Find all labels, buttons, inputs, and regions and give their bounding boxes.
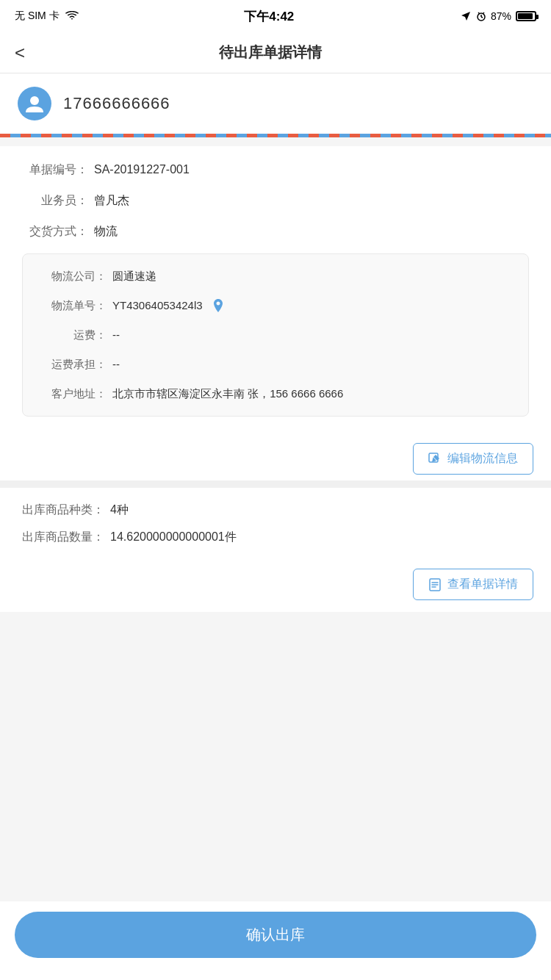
goods-section: 出库商品种类： 4种 出库商品数量： 14.620000000000001件 <box>0 488 551 560</box>
nav-bar: < 待出库单据详情 <box>0 32 551 73</box>
svg-point-6 <box>30 96 39 105</box>
tracking-value: YT43064053424l3 <box>112 297 511 314</box>
view-details-label: 查看单据详情 <box>447 577 518 592</box>
confirm-outbound-button[interactable]: 确认出库 <box>15 912 536 958</box>
salesman-label: 业务员： <box>22 192 88 209</box>
map-pin-icon[interactable] <box>210 298 226 314</box>
dashed-divider <box>0 134 551 137</box>
avatar <box>18 87 51 120</box>
order-number-row: 单据编号： SA-20191227-001 <box>22 161 529 179</box>
freight-label: 运费： <box>40 326 107 344</box>
page-title: 待出库单据详情 <box>34 43 507 62</box>
back-button[interactable]: < <box>15 38 34 68</box>
status-time: 下午4:42 <box>244 8 294 25</box>
person-icon <box>24 93 46 115</box>
salesman-row: 业务员： 曾凡杰 <box>22 192 529 209</box>
edit-btn-row: 编辑物流信息 <box>0 431 551 480</box>
tracking-number: YT43064053424l3 <box>112 297 203 314</box>
freight-bearer-label: 运费承担： <box>40 356 107 373</box>
freight-bearer-row: 运费承担： -- <box>40 356 511 373</box>
user-section: 17666666666 <box>0 73 551 134</box>
goods-quantity-value: 14.620000000000001件 <box>110 530 237 545</box>
location-arrow-icon <box>460 10 472 22</box>
tracking-row: 物流单号： YT43064053424l3 <box>40 297 511 314</box>
delivery-value: 物流 <box>94 223 529 240</box>
order-number-label: 单据编号： <box>22 161 88 179</box>
freight-bearer-value: -- <box>112 356 511 373</box>
edit-icon <box>428 453 442 466</box>
svg-marker-0 <box>461 12 470 21</box>
order-number-value: SA-20191227-001 <box>94 161 529 179</box>
delivery-row: 交货方式： 物流 <box>22 223 529 240</box>
battery-bar <box>516 11 536 21</box>
edit-logistics-button[interactable]: 编辑物流信息 <box>413 443 533 475</box>
svg-line-3 <box>481 17 483 18</box>
logistics-company-value: 圆通速递 <box>112 267 511 285</box>
status-left: 无 SIM 卡 <box>15 10 79 23</box>
order-info-section: 单据编号： SA-20191227-001 业务员： 曾凡杰 交货方式： 物流 … <box>0 146 551 431</box>
address-label: 客户地址： <box>40 385 107 403</box>
status-right: 87% <box>460 10 536 22</box>
freight-value: -- <box>112 326 511 344</box>
section-separator <box>0 480 551 488</box>
battery-percent: 87% <box>491 10 511 22</box>
edit-logistics-label: 编辑物流信息 <box>447 451 518 466</box>
salesman-value: 曾凡杰 <box>94 192 529 209</box>
view-details-row: 查看单据详情 <box>0 560 551 612</box>
address-value: 北京市市辖区海淀区永丰南 张，156 6666 6666 <box>112 385 511 403</box>
view-details-button[interactable]: 查看单据详情 <box>413 569 533 600</box>
status-bar: 无 SIM 卡 下午4:42 87% <box>0 0 551 32</box>
goods-quantity-row: 出库商品数量： 14.620000000000001件 <box>22 530 529 545</box>
user-phone: 17666666666 <box>63 94 170 113</box>
goods-type-row: 出库商品种类： 4种 <box>22 502 529 518</box>
tracking-label: 物流单号： <box>40 297 107 314</box>
wifi-icon <box>65 11 79 21</box>
document-icon <box>428 578 442 591</box>
carrier-text: 无 SIM 卡 <box>15 10 60 23</box>
goods-quantity-label: 出库商品数量： <box>22 530 104 545</box>
logistics-card: 物流公司： 圆通速递 物流单号： YT43064053424l3 运费： -- … <box>22 253 529 417</box>
logistics-company-row: 物流公司： 圆通速递 <box>40 267 511 285</box>
alarm-icon <box>476 11 486 21</box>
goods-type-value: 4种 <box>110 502 129 518</box>
confirm-btn-wrap: 确认出库 <box>0 901 551 980</box>
bottom-spacer <box>0 612 551 715</box>
freight-row: 运费： -- <box>40 326 511 344</box>
logistics-company-label: 物流公司： <box>40 267 107 285</box>
delivery-label: 交货方式： <box>22 223 88 240</box>
address-row: 客户地址： 北京市市辖区海淀区永丰南 张，156 6666 6666 <box>40 385 511 403</box>
goods-type-label: 出库商品种类： <box>22 502 104 518</box>
